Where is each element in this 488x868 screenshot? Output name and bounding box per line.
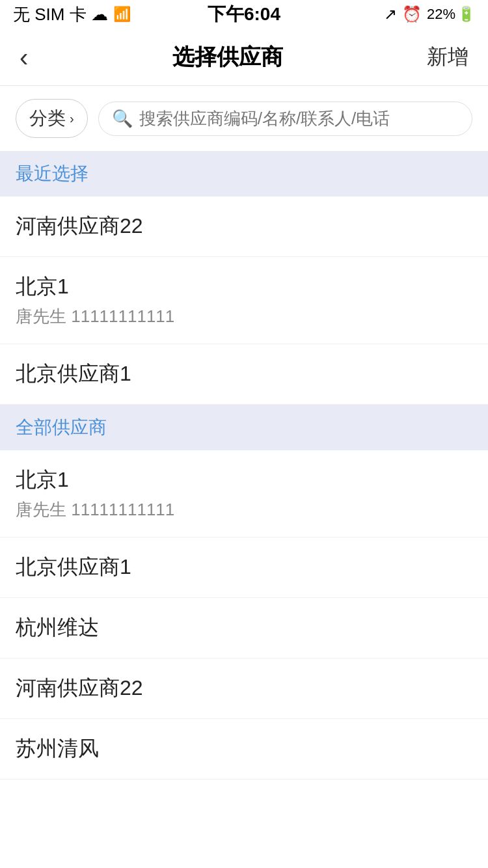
list-item[interactable]: 北京1唐先生 11111111111 [0, 257, 488, 344]
list-item[interactable]: 河南供应商22 [0, 197, 488, 257]
search-icon: 🔍 [112, 109, 133, 129]
search-box[interactable]: 🔍 [98, 102, 472, 136]
search-input[interactable] [139, 109, 459, 129]
status-bar: 无 SIM 卡 ☁ 📶 下午6:04 ↗ ⏰ 22% 🔋 [0, 0, 488, 29]
category-button[interactable]: 分类 › [16, 99, 88, 138]
back-button[interactable]: ‹ [20, 44, 28, 70]
all-items-list: 北京1唐先生 11111111111北京供应商1杭州维达河南供应商22苏州清风 [0, 450, 488, 780]
alarm-icon: ⏰ [402, 5, 422, 23]
item-name: 杭州维达 [16, 614, 472, 642]
no-sim-label: 无 SIM 卡 ☁ [13, 3, 108, 26]
list-item[interactable]: 苏州清风 [0, 719, 488, 780]
chevron-right-icon: › [70, 111, 74, 126]
battery-percentage: 22% [427, 6, 455, 23]
list-item[interactable]: 北京1唐先生 11111111111 [0, 450, 488, 537]
nav-bar: ‹ 选择供应商 新增 [0, 29, 488, 86]
item-name: 北京1 [16, 466, 472, 495]
status-left: 无 SIM 卡 ☁ 📶 [13, 3, 131, 26]
location-icon: ↗ [384, 5, 397, 23]
item-name: 苏州清风 [16, 735, 472, 763]
list-item[interactable]: 北京供应商1 [0, 344, 488, 405]
page-title: 选择供应商 [172, 42, 283, 72]
list-item[interactable]: 河南供应商22 [0, 658, 488, 719]
list-item[interactable]: 杭州维达 [0, 598, 488, 658]
battery-icon: 🔋 [457, 6, 475, 23]
wifi-icon: 📶 [113, 6, 131, 23]
add-button[interactable]: 新增 [427, 43, 468, 72]
status-right: ↗ ⏰ 22% 🔋 [384, 5, 475, 23]
item-sub: 唐先生 11111111111 [16, 305, 472, 328]
recent-section-label: 最近选择 [16, 163, 88, 183]
item-name: 北京供应商1 [16, 553, 472, 582]
all-section-label: 全部供应商 [16, 417, 107, 437]
recent-items-list: 河南供应商22北京1唐先生 11111111111北京供应商1 [0, 197, 488, 405]
item-name: 河南供应商22 [16, 212, 472, 241]
item-name: 北京供应商1 [16, 360, 472, 388]
item-sub: 唐先生 11111111111 [16, 498, 472, 521]
filter-bar: 分类 › 🔍 [0, 86, 488, 151]
status-time: 下午6:04 [208, 2, 280, 27]
all-section-header: 全部供应商 [0, 405, 488, 450]
recent-section-header: 最近选择 [0, 151, 488, 197]
item-name: 北京1 [16, 273, 472, 301]
list-item[interactable]: 北京供应商1 [0, 537, 488, 598]
item-name: 河南供应商22 [16, 674, 472, 703]
category-label: 分类 [29, 106, 66, 131]
battery-indicator: 22% 🔋 [427, 6, 475, 23]
